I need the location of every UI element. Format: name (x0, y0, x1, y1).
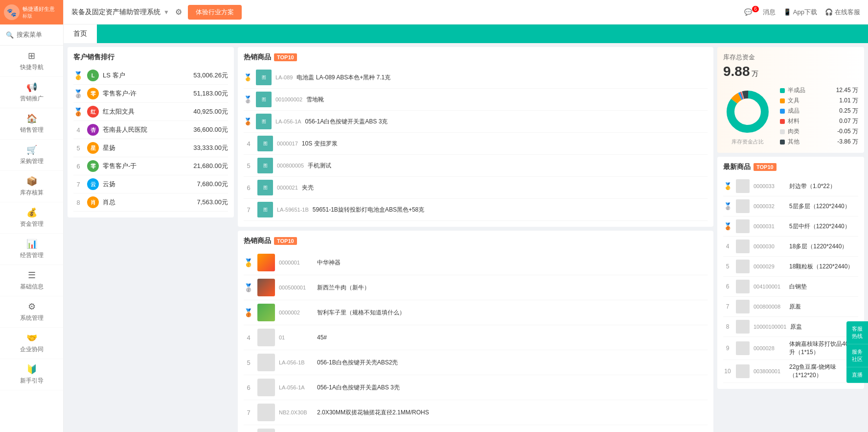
rank-number: 5 (73, 144, 83, 152)
hot-product-name: 中华神器 (317, 259, 708, 267)
hot-product-name: 056-1B白色按键开关壳ABS2壳 (317, 359, 708, 367)
sidebar-item-marketing[interactable]: 📢营销推广 (0, 77, 63, 108)
top-selling-row: 🥇 图 LA-089 电池盖 LA-089 ABS本色+黑种 7.1克 (244, 67, 708, 89)
hot-product-row: 5 LA-056-1B 056-1B白色按键开关壳ABS2壳 (244, 350, 708, 375)
customer-ranking-row: 7 云 云扬 7,680.00元 (73, 175, 228, 193)
rank-number: 6 (723, 283, 732, 290)
medal-icon: 🥈 (244, 283, 253, 292)
sidebar-item-sales[interactable]: 🏠销售管理 (0, 108, 63, 140)
tab-home[interactable]: 首页 (64, 24, 97, 43)
rank-number: 4 (73, 126, 83, 134)
header-right: 💬 6 消息 📱 App下载 🎧 在线客服 (744, 8, 860, 17)
sidebar-item-inventory[interactable]: 📦库存核算 (0, 171, 63, 202)
customer-ranking-card: 客户销售排行 🥇 L LS 客户 53,006.26元 🥈 零 零售客户-许 5… (68, 47, 234, 217)
new-product-thumb (736, 364, 750, 378)
dropdown-arrow-icon: ▼ (163, 9, 169, 16)
customer-amount: 33,333.00元 (193, 144, 228, 152)
hot-product-name: 45# (317, 334, 708, 341)
new-product-row: 🥈 0000032 5层多层（1220*2440） (723, 196, 858, 216)
product-info: 0000017 10S 变扭罗浆 (277, 140, 708, 148)
inventory-card: 库存总资金 9.88 万 (717, 47, 864, 153)
rank-number: 5 (244, 359, 253, 366)
search-area[interactable]: 🔍 搜索菜单 (0, 24, 63, 46)
new-product-thumb (736, 280, 750, 293)
new-product-name: 封边带（1.0*22） (789, 182, 858, 191)
hot-product-row: 4 01 45# (244, 325, 708, 350)
new-product-code: 0000032 (754, 203, 785, 209)
top-selling-list: 🥇 图 LA-089 电池盖 LA-089 ABS本色+黑种 7.1克 🥈 图 … (244, 67, 708, 221)
hot-product-row: 🥉 0000002 智利车子里（规格不知道填什么） (244, 300, 708, 325)
new-product-code: 10000100001 (754, 324, 786, 330)
new-product-code: 0000030 (754, 243, 785, 249)
cs-hotline[interactable]: 客服热线 (846, 321, 868, 344)
top-selling-row: 5 图 000800005 手机测试 (244, 155, 708, 177)
product-name: 59651-1B旋转投影灯电池盒ABS黑色+58克 (313, 206, 424, 214)
medal-icon: 🥉 (244, 308, 253, 317)
new-products-list: 🥇 0000033 封边带（1.0*22） 🥈 0000032 5层多层（122… (723, 176, 858, 383)
sidebar-item-basic[interactable]: ☰基础信息 (0, 265, 63, 296)
sidebar-item-system[interactable]: ⚙系统管理 (0, 296, 63, 328)
customer-name: 苍南县人民医院 (103, 125, 189, 134)
sidebar-item-finance[interactable]: 💰资金管理 (0, 202, 63, 234)
search-menu-button[interactable]: 🔍 搜索菜单 (4, 28, 59, 41)
customer-ranking-title: 客户销售排行 (73, 53, 228, 62)
medal-icon: 🥇 (244, 258, 253, 267)
sidebar-item-label: 库存核算 (20, 189, 44, 197)
new-product-code: 0000028 (754, 345, 785, 351)
new-products-card: 最新商品 TOP10 🥇 0000033 封边带（1.0*22） 🥈 00000… (717, 157, 864, 389)
new-product-code: 004100001 (754, 284, 785, 289)
customer-ranking-row: 🥇 L LS 客户 53,006.26元 (73, 67, 228, 85)
messages-button[interactable]: 💬 6 消息 (744, 8, 776, 17)
customer-name: 零售客户-于 (103, 162, 189, 170)
sidebar-item-guide[interactable]: 🔰新手引导 (0, 359, 63, 390)
rank-number: 6 (244, 384, 253, 391)
new-product-row: 🥉 0000031 5层中纤（1220*2440） (723, 216, 858, 237)
legend-item: 成品 0.25 万 (780, 106, 858, 116)
hot-product-thumb (257, 254, 275, 271)
trial-button[interactable]: 体验行业方案 (188, 5, 242, 20)
customer-avatar: 杏 (87, 124, 99, 136)
sidebar-item-label: 资金管理 (20, 220, 44, 228)
new-product-row: 🥇 0000033 封边带（1.0*22） (723, 176, 858, 196)
rank-number: 4 (244, 334, 253, 341)
customer-avatar: 肖 (87, 196, 99, 208)
rank-number: 4 (723, 243, 732, 250)
app-download-button[interactable]: 📱 App下载 (783, 8, 817, 17)
customer-amount: 51,183.00元 (193, 89, 228, 98)
sidebar-item-purchase[interactable]: 🛒采购管理 (0, 140, 63, 171)
new-product-thumb (736, 260, 750, 273)
headset-icon: 🎧 (825, 8, 833, 16)
hot-product-row: 6 LA-056-1A 056-1A白色按键开关盖ABS 3壳 (244, 375, 708, 400)
online-service-button[interactable]: 🎧 在线客服 (825, 8, 860, 17)
top-selling-row: 4 图 0000017 10S 变扭罗浆 (244, 133, 708, 155)
new-product-thumb (736, 341, 750, 355)
inventory-value-row: 9.88 万 (723, 64, 858, 79)
rank-number: 7 (723, 303, 732, 310)
cs-community[interactable]: 服务社区 (846, 344, 868, 367)
new-product-name: 18颗粒板（1220*2440） (789, 263, 858, 271)
rank-number: 7 (244, 206, 253, 214)
sales-icon: 🏠 (26, 113, 37, 124)
customer-name: 星扬 (103, 144, 189, 152)
new-product-row: 8 10000100001 原盅 (723, 317, 858, 337)
new-products-title: 最新商品 TOP10 (723, 163, 858, 171)
sidebar-item-enterprise[interactable]: 🤝企业协同 (0, 328, 63, 359)
hot-product-name: 2.0X30MM双搓花轴搓花直径2.1MM/ROHS (317, 408, 708, 417)
product-info: 000800005 手机测试 (277, 162, 708, 170)
legend-label: 文具 (788, 96, 836, 105)
customer-avatar: L (87, 70, 99, 81)
sidebar-item-label: 系统管理 (20, 314, 44, 322)
sidebar-item-quick-nav[interactable]: ⊞快捷导航 (0, 46, 63, 77)
legend-label: 其他 (788, 138, 834, 146)
marketing-icon: 📢 (26, 82, 37, 93)
hot-product-name: 新西兰牛肉（新牛） (317, 284, 708, 292)
sidebar-item-operations[interactable]: 📊经营管理 (0, 234, 63, 265)
legend-item: 其他 -3.86 万 (780, 137, 858, 147)
hot-product-name: 056-1A白色按键开关盖ABS 3壳 (317, 384, 708, 392)
legend-label: 肉类 (788, 127, 834, 136)
rank-number: 7 (73, 181, 83, 188)
settings-button[interactable]: ⚙ (175, 7, 182, 17)
hot-product-row: 8 0000011 12070519-xs (244, 425, 708, 432)
product-code: 0000017 (277, 141, 298, 146)
cs-live[interactable]: 直播 (846, 367, 868, 383)
